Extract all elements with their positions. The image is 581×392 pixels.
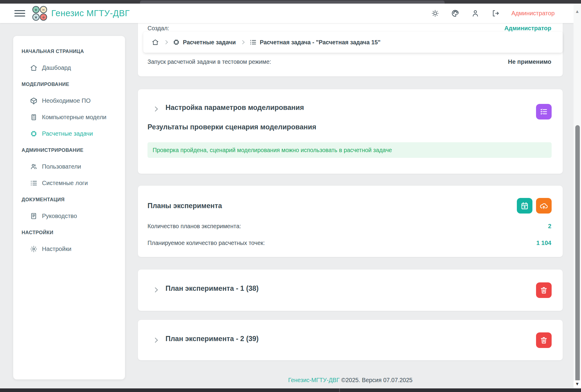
breadcrumb-label: Расчетные задачи [183, 39, 236, 46]
sidebar-item-users[interactable]: Пользователи [13, 158, 125, 175]
plans-count-row: Количество планов эксперимента: 2 [147, 223, 551, 230]
sidebar-item-label: Необходимое ПО [42, 97, 91, 104]
sidebar-item-settings[interactable]: Настройки [13, 241, 125, 257]
sidebar-item-required-software[interactable]: Необходимое ПО [13, 93, 125, 109]
expand-chevron-icon[interactable] [153, 287, 158, 293]
experiment-plans-title: Планы эксперимента [147, 202, 222, 210]
sidebar-item-manual[interactable]: Руководство [13, 208, 125, 224]
sidebar-section-home: НАЧАЛЬНАЯ СТРАНИЦА [13, 43, 125, 60]
sidebar-item-label: Дашбоард [42, 64, 71, 71]
scenario-results-title: Результаты проверки сценария моделирован… [147, 123, 316, 131]
footer-brand-link[interactable]: Генезис-МГТУ-ДВГ [288, 377, 340, 383]
sidebar-section-administration: АДМИНИСТРИРОВАНИЕ [13, 142, 125, 158]
sidebar-item-computer-models[interactable]: Компьютерные модели [13, 109, 125, 125]
upload-plan-button[interactable] [536, 198, 552, 214]
list-icon [249, 39, 257, 46]
sidebar-item-dashboard[interactable]: Дашбоард [13, 60, 125, 76]
sidebar-section-settings: НАСТРОЙКИ [13, 224, 125, 241]
modeling-settings-title[interactable]: Настройка параметров моделирования [165, 104, 304, 112]
package-icon [30, 97, 37, 105]
points-count-label: Планируемое количество расчетных точек: [147, 240, 265, 246]
breadcrumb-current-task: Расчетная задача - "Расчетная задача 15" [249, 39, 380, 46]
logo-minus-circle: − [40, 6, 47, 13]
plans-count-label: Количество планов эксперимента: [147, 223, 241, 230]
home-icon [152, 39, 159, 46]
book-icon [30, 212, 37, 220]
breadcrumb-label: Расчетная задача - "Расчетная задача 15" [260, 39, 380, 46]
experiment-plan-1-title[interactable]: План эксперимента - 1 (38) [165, 284, 259, 293]
modeling-settings-card: Настройка параметров моделирования Резул… [138, 89, 563, 174]
app-logo: + − × ÷ [32, 6, 47, 21]
test-mode-row: Запуск расчетной задачи в тестовом режим… [147, 58, 551, 65]
experiment-plan-2-title[interactable]: План эксперимента - 2 (39) [165, 335, 259, 343]
theme-sun-icon[interactable] [431, 9, 439, 17]
breadcrumb-home[interactable] [152, 39, 159, 46]
sidebar-section-modeling: МОДЕЛИРОВАНИЕ [13, 76, 125, 93]
logout-icon[interactable] [491, 9, 499, 17]
sidebar-item-calculation-tasks[interactable]: Расчетные задачи [13, 125, 125, 142]
sidebar-nav: НАЧАЛЬНАЯ СТРАНИЦА Дашбоард МОДЕЛИРОВАНИ… [13, 36, 125, 379]
logo-plus-circle: + [32, 6, 40, 13]
test-mode-label: Запуск расчетной задачи в тестовом режим… [147, 58, 271, 65]
logo-divide-circle: ÷ [40, 13, 47, 21]
test-mode-value: Не применимо [508, 58, 551, 65]
calculator-icon [30, 113, 37, 121]
gear-icon [30, 245, 37, 253]
cpu-icon [173, 39, 180, 46]
experiment-plan-1-card: План эксперимента - 1 (38) [138, 270, 563, 311]
trash-icon [540, 336, 548, 344]
expand-chevron-icon[interactable] [153, 338, 158, 343]
footer: Генезис-МГТУ-ДВГ ©2025. Версия 07.07.202… [138, 377, 563, 384]
chevron-right-icon [240, 40, 245, 44]
logo-multiply-circle: × [32, 13, 40, 21]
users-icon [30, 163, 37, 170]
experiment-plans-card: Планы эксперимента Количество планов экс… [138, 186, 563, 257]
breadcrumb-calculation-tasks[interactable]: Расчетные задачи [173, 39, 236, 46]
delete-plan-1-button[interactable] [536, 282, 552, 298]
sidebar-item-label: Пользователи [42, 163, 81, 170]
app-title: Генезис МГТУ-ДВГ [51, 8, 130, 18]
bottom-strip-divider [339, 388, 340, 392]
trash-icon [540, 286, 548, 294]
delete-plan-2-button[interactable] [536, 332, 552, 348]
scenario-check-button[interactable] [536, 104, 552, 119]
sidebar-item-label: Компьютерные модели [42, 114, 106, 121]
footer-copyright: ©2025. Версия 07.07.2025 [340, 377, 413, 383]
scrollbar-thumb[interactable] [575, 125, 580, 382]
add-plan-button[interactable] [517, 198, 532, 214]
sidebar-item-label: Системные логи [42, 180, 88, 187]
cloud-upload-icon [540, 202, 548, 210]
cpu-icon [30, 130, 37, 137]
scroll-up-arrow-icon[interactable]: ▲ [574, 8, 581, 15]
scroll-down-arrow-icon[interactable]: ▼ [574, 380, 581, 388]
points-count-row: Планируемое количество расчетных точек: … [147, 240, 551, 246]
checklist-icon [540, 108, 548, 116]
profile-icon[interactable] [471, 9, 479, 17]
points-count-value: 1 104 [536, 240, 551, 246]
created-by-label: Создал: [147, 25, 169, 32]
sidebar-section-documentation: ДОКУМЕНТАЦИЯ [13, 191, 125, 208]
created-by-row: Создал: Администратор [147, 25, 551, 32]
app-header: + − × ÷ Генезис МГТУ-ДВГ [0, 4, 574, 23]
created-by-value[interactable]: Администратор [504, 25, 551, 32]
chevron-right-icon [164, 40, 168, 44]
palette-icon[interactable] [451, 9, 459, 17]
scenario-check-success-alert: Проверка пройдена, сценарий моделировани… [147, 142, 552, 158]
sidebar-item-label: Руководство [42, 213, 77, 220]
scenario-check-message: Проверка пройдена, сценарий моделировани… [153, 147, 392, 154]
calendar-plus-icon [520, 202, 529, 210]
sidebar-item-label: Расчетные задачи [42, 130, 93, 137]
plans-count-value: 2 [548, 223, 551, 230]
top-window-strip [0, 0, 581, 4]
vertical-scrollbar[interactable]: ▲ ▼ [574, 4, 581, 388]
home-icon [30, 64, 37, 72]
breadcrumb: Расчетные задачи Расчетная задача - "Рас… [143, 32, 563, 53]
top-strip-segment [140, 1, 445, 4]
sidebar-item-system-logs[interactable]: Системные логи [13, 175, 125, 191]
list-icon [30, 179, 37, 187]
expand-chevron-icon[interactable] [153, 107, 158, 112]
menu-hamburger-icon[interactable] [14, 8, 25, 18]
experiment-plan-2-card: План эксперимента - 2 (39) [138, 320, 563, 360]
bottom-window-strip [0, 388, 581, 392]
current-user-role[interactable]: Администратор [511, 10, 555, 17]
